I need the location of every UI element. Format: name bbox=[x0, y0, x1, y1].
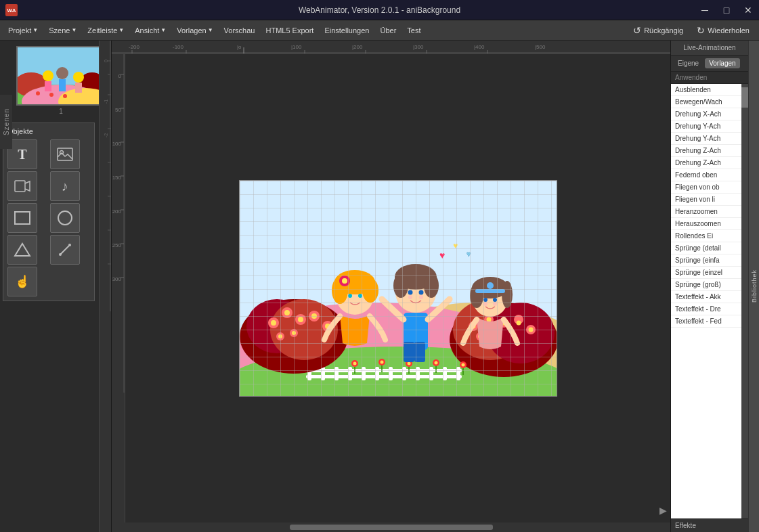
animations-panel: Live-Animationen Eigene Vorlagen Anwende… bbox=[670, 41, 748, 532]
anim-scrollbar[interactable] bbox=[741, 84, 748, 518]
svg-text:|300: |300 bbox=[413, 44, 424, 50]
animation-list-item[interactable]: Bewegen/Wach bbox=[671, 96, 741, 108]
anim-scrollbar-thumb[interactable] bbox=[741, 87, 748, 108]
animation-list-item[interactable]: Drehung Y-Ach bbox=[671, 120, 741, 133]
animation-list-item[interactable]: Heranzoomen bbox=[671, 206, 741, 218]
svg-point-138 bbox=[461, 363, 464, 367]
image-icon bbox=[57, 148, 73, 161]
close-button[interactable]: ✕ bbox=[737, 0, 759, 20]
hand-tool-button[interactable]: ☝ bbox=[7, 267, 37, 296]
animation-list-item[interactable]: Sprünge (groß) bbox=[671, 279, 741, 291]
svg-point-165 bbox=[502, 281, 513, 308]
left-panel: Szenen bbox=[0, 41, 112, 532]
svg-rect-29 bbox=[15, 181, 25, 192]
animation-list-item[interactable]: Federnd oben bbox=[671, 169, 741, 181]
video-tool-button[interactable] bbox=[7, 171, 37, 201]
tab-eigene[interactable]: Eigene bbox=[674, 58, 703, 68]
animation-list-item[interactable]: Drehung Y-Ach bbox=[671, 133, 741, 145]
hscroll-thumb[interactable] bbox=[290, 525, 493, 530]
svg-rect-9 bbox=[59, 79, 66, 91]
canvas-hscroll[interactable] bbox=[112, 523, 670, 532]
minimize-button[interactable]: ─ bbox=[694, 0, 716, 20]
undo-button[interactable]: ↺ Rückgängig bbox=[626, 22, 690, 39]
menu-projekt[interactable]: Projekt▼ bbox=[3, 24, 43, 37]
svg-rect-92 bbox=[306, 375, 462, 378]
svg-point-97 bbox=[271, 320, 276, 326]
menu-html5export[interactable]: HTML5 Export bbox=[260, 24, 319, 37]
svg-text:150: 150 bbox=[112, 175, 122, 181]
svg-point-132 bbox=[407, 362, 410, 365]
circle-icon bbox=[56, 209, 74, 227]
menu-vorschau[interactable]: Vorschau bbox=[219, 24, 261, 37]
svg-point-171 bbox=[493, 302, 497, 306]
window-controls: ─ □ ✕ bbox=[694, 0, 759, 20]
animation-list-item[interactable]: Fliegen von li bbox=[671, 194, 741, 206]
svg-rect-166 bbox=[475, 289, 505, 293]
svg-point-12 bbox=[36, 91, 40, 95]
svg-text:0: 0 bbox=[104, 60, 108, 62]
svg-marker-32 bbox=[15, 244, 30, 256]
menu-ansicht[interactable]: Ansicht▼ bbox=[129, 24, 171, 37]
canvas-viewport[interactable]: ♥ ♥ ♥ bbox=[125, 54, 670, 523]
animation-list-item[interactable]: Drehung X-Ach bbox=[671, 108, 741, 120]
svg-rect-91 bbox=[306, 369, 462, 372]
svg-text:250: 250 bbox=[112, 242, 122, 248]
animation-list-item[interactable]: Drehung Z-Ach bbox=[671, 157, 741, 169]
audio-tool-button[interactable]: ♪ bbox=[50, 171, 80, 201]
animation-list-item[interactable]: Texteffekt - Fed bbox=[671, 315, 741, 328]
animations-list-container: AusblendenBewegen/WachDrehung X-AchDrehu… bbox=[671, 84, 748, 518]
maximize-button[interactable]: □ bbox=[716, 0, 737, 20]
pen-tool-button[interactable] bbox=[50, 235, 80, 265]
svg-point-10 bbox=[73, 72, 84, 83]
objects-panel-title: Objekte bbox=[7, 127, 90, 135]
circle-tool-button[interactable] bbox=[50, 203, 80, 233]
svg-text:|100: |100 bbox=[291, 44, 302, 50]
main-canvas[interactable]: ♥ ♥ ♥ bbox=[239, 180, 557, 397]
animation-list-item[interactable]: Fliegen von ob bbox=[671, 181, 741, 194]
svg-text:-2: -2 bbox=[104, 133, 108, 137]
svg-point-35 bbox=[68, 244, 71, 246]
effekte-bar: Effekte bbox=[671, 518, 748, 532]
animation-list-item[interactable]: Drehung Z-Ach bbox=[671, 145, 741, 157]
canvas-nav-right[interactable]: ▶ bbox=[659, 505, 667, 516]
animation-list-item[interactable]: Sprünge (einfa bbox=[671, 254, 741, 267]
animation-list-item[interactable]: Sprünge (einzel bbox=[671, 267, 741, 279]
vertical-ruler: 0 -1 -2 bbox=[99, 41, 111, 532]
svg-point-170 bbox=[483, 302, 487, 306]
image-tool-button[interactable] bbox=[50, 139, 80, 169]
apply-label: Anwenden bbox=[671, 72, 748, 84]
scene-thumb[interactable] bbox=[16, 46, 106, 106]
rect-tool-button[interactable] bbox=[7, 203, 37, 233]
svg-rect-161 bbox=[414, 342, 425, 362]
animation-list-item[interactable]: Texteffekt - Akk bbox=[671, 291, 741, 303]
menu-ueber[interactable]: Über bbox=[374, 24, 402, 37]
horizontal-ruler: -200 -100 |o |100 |200 |300 |400 |500 bbox=[112, 41, 670, 54]
redo-button[interactable]: ↻ Wiederholen bbox=[690, 22, 756, 39]
svg-point-157 bbox=[408, 295, 412, 299]
svg-point-103 bbox=[311, 313, 317, 319]
animation-list-item[interactable]: Rollendes Ei bbox=[671, 230, 741, 242]
menu-szene[interactable]: Szene▼ bbox=[43, 24, 82, 37]
anim-tab-bar: Eigene Vorlagen bbox=[671, 56, 748, 72]
animation-list-item[interactable]: Texteffekt - Dre bbox=[671, 303, 741, 315]
svg-point-146 bbox=[362, 278, 378, 303]
menu-zeitleiste[interactable]: Zeitleiste▼ bbox=[82, 24, 129, 37]
svg-point-109 bbox=[292, 331, 296, 335]
tab-vorlagen[interactable]: Vorlagen bbox=[705, 58, 739, 68]
animation-list-item[interactable]: Herauszoomen bbox=[671, 218, 741, 230]
svg-text:0: 0 bbox=[118, 73, 122, 79]
svg-rect-7 bbox=[45, 81, 51, 91]
menu-vorlagen[interactable]: Vorlagen▼ bbox=[171, 24, 218, 37]
svg-rect-11 bbox=[75, 83, 82, 93]
animation-list-item[interactable]: Ausblenden bbox=[671, 84, 741, 96]
bibliothek-tab[interactable]: Bibliothek bbox=[748, 41, 759, 532]
svg-point-126 bbox=[353, 362, 356, 365]
svg-point-14 bbox=[63, 94, 67, 98]
animation-list-item[interactable]: Sprünge (detail bbox=[671, 242, 741, 254]
scene-preview-svg bbox=[18, 47, 106, 106]
menu-einstellungen[interactable]: Einstellungen bbox=[319, 24, 374, 37]
menu-test[interactable]: Test bbox=[402, 24, 426, 37]
svg-point-122 bbox=[528, 328, 533, 332]
triangle-tool-button[interactable] bbox=[7, 235, 37, 265]
pen-icon bbox=[58, 242, 72, 257]
